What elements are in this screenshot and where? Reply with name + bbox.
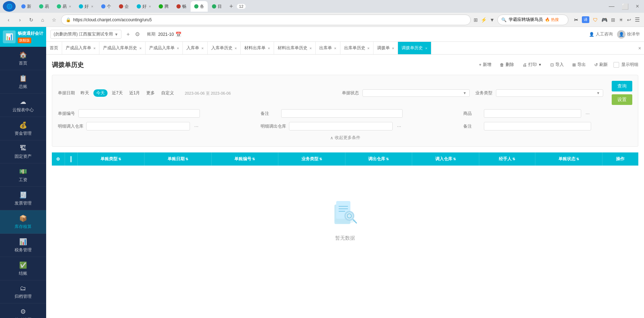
tab[interactable]: 个 [98,1,115,12]
th-handler[interactable]: 经手人 ⇅ [479,152,535,166]
user-avatar[interactable]: 👤 徐泽华 [617,30,640,39]
tab[interactable]: 目 [208,1,225,12]
nav-tab-close-icon[interactable]: × [367,46,370,50]
select-all-checkbox[interactable] [70,156,72,162]
nav-tab-transfer-history[interactable]: 调拨单历史 × [398,42,431,55]
th-doc-type[interactable]: 单账类型 ⇅ [77,152,144,166]
refresh-button[interactable]: ↺ 刷新 [591,60,611,69]
dropdown-icon[interactable]: ▼ [490,17,495,23]
sidebar-item-payroll[interactable]: 💵 工资 [0,163,46,187]
tab-add-button[interactable]: + [226,1,236,11]
period-selector[interactable]: 2021-10 📅 [158,32,181,37]
yesterday-btn[interactable]: 昨天 [78,89,91,97]
detail-in-input[interactable] [86,122,190,130]
tab[interactable]: 腾 [155,1,172,12]
import-button[interactable]: ⊡ 导入 [547,60,567,69]
sidebar-item-invoice[interactable]: 🧾 发票管理 [0,187,46,210]
menu-icon[interactable]: ☰ [635,16,640,23]
window-close-btn[interactable]: × [636,3,639,10]
home-button[interactable]: ⌂ [38,16,47,24]
tab-close-icon[interactable]: × [149,4,151,9]
theme-icon[interactable]: ☀ [619,17,623,23]
tab[interactable]: 企 [115,1,132,12]
tab[interactable]: 好 × [133,1,154,12]
detail-in-picker-icon[interactable]: ··· [193,123,200,129]
nav-tab-close-icon[interactable]: × [93,46,95,50]
nav-tab-close-icon[interactable]: × [334,46,336,50]
print-button[interactable]: 🖨 打印 ▼ [520,60,545,69]
th-transfer-in[interactable]: 调入仓库 ⇅ [412,152,479,166]
scissors-icon[interactable]: ✂ [574,17,578,23]
window-minimize-btn[interactable]: — [609,3,615,10]
goods-input[interactable] [484,109,581,118]
remark-input[interactable] [281,109,403,118]
nav-tab-close-icon[interactable]: × [392,46,394,50]
new-button[interactable]: + 新增 [476,60,494,69]
close-all-button[interactable]: × [638,45,644,51]
1month-btn[interactable]: 近1月 [127,89,142,97]
th-doc-no[interactable]: 单账编号 ⇅ [211,152,278,166]
grid-icon[interactable]: ⊞ [611,17,615,23]
remark2-input[interactable] [484,122,591,130]
history-icon[interactable]: ↩ [627,17,631,23]
nav-tab-outbound-history[interactable]: 出库单历史 × [340,42,373,55]
extensions-icon[interactable]: ⊞ [474,17,478,23]
forward-button[interactable]: › [16,16,24,24]
customer-service-button[interactable]: 👤 人工咨询 [589,31,613,37]
lightning-icon[interactable]: ⚡ [481,17,487,23]
bookmark-button[interactable]: ☆ [50,16,58,24]
sidebar-item-fund[interactable]: 💰 资金管理 [0,117,46,140]
th-transfer-out[interactable]: 调出仓库 ⇅ [345,152,412,166]
nav-tab-product-inbound[interactable]: 产成品入库单 × [62,42,99,55]
nav-tab-close-icon[interactable]: × [310,46,312,50]
sidebar-item-archive[interactable]: 🗂 归档管理 [0,280,46,303]
url-bar[interactable]: 🔒 https://cloud.chanjet.com/accounting/u… [61,15,471,25]
nav-tab-close-icon[interactable]: × [425,46,427,50]
nav-tab-close-icon[interactable]: × [201,46,203,50]
tab[interactable]: 易 [36,1,53,12]
doc-no-input[interactable] [78,109,200,118]
game-icon[interactable]: 🎮 [601,17,607,23]
detail-out-picker-icon[interactable]: ··· [395,123,403,129]
nav-tab-material-outbound-history[interactable]: 材料出库单历史 × [274,42,316,55]
export-button[interactable]: ⊠ 导出 [569,60,589,69]
tab[interactable]: 新 [18,1,35,12]
nav-tab-product-inbound2[interactable]: 产成品入库单 × [146,42,183,55]
tab[interactable]: 畅 [173,1,190,12]
company-selector[interactable]: (勿删勿禁用) 江西服宝测试专用 ▼ [50,30,121,39]
shield-icon[interactable]: 🛡 [593,17,598,23]
browser-search-bar[interactable]: 🔍 学霸应聘场驱鸟员 🔥 热搜 [497,15,568,25]
nav-tab-transfer[interactable]: 调拨单 × [373,42,398,55]
nav-tab-close-icon[interactable]: × [268,46,270,50]
tab[interactable]: 好 × [75,1,97,12]
query-button[interactable]: 查询 [612,81,632,91]
detail-out-input[interactable] [289,122,393,130]
nav-tab-close-icon[interactable]: × [139,46,141,50]
th-checkbox[interactable] [65,152,77,166]
tab-close-icon[interactable]: × [69,4,71,9]
th-settings[interactable]: ⚙ [52,152,65,166]
th-doc-date[interactable]: 单账日期 ⇅ [144,152,212,166]
nav-tab-inbound-history[interactable]: 入库单历史 × [208,42,241,55]
th-doc-status[interactable]: 单账状态 ⇅ [535,152,602,166]
company-settings-icon[interactable]: ⚙ [135,31,140,38]
nav-tab-inbound[interactable]: 入库单 × [183,42,207,55]
print-dropdown-icon[interactable]: ▼ [538,63,542,67]
nav-tab-close-icon[interactable]: × [177,46,179,50]
nav-tab-product-inbound-history[interactable]: 产成品入库单历史 × [99,42,145,55]
sidebar-item-home[interactable]: 🏠 首页 [0,47,46,70]
tab-close-icon[interactable]: × [91,4,93,9]
sidebar-item-closing[interactable]: ✅ 结账 [0,257,46,280]
refresh-button[interactable]: ↻ [27,16,36,24]
goods-picker-icon[interactable]: ··· [584,111,591,116]
sidebar-item-fixed-assets[interactable]: 🏗 固定资产 [0,140,46,163]
sidebar-item-ledger[interactable]: 📋 总账 [0,70,46,94]
sidebar-item-settings[interactable]: ⚙ 基础设置 [0,303,46,318]
add-company-button[interactable]: + [124,31,132,38]
nav-tab-close-icon[interactable]: × [235,46,237,50]
back-button[interactable]: ‹ [4,16,13,24]
nav-tab-home[interactable]: 首页 [46,42,62,55]
display-toggle[interactable]: 显示明细 [613,62,638,68]
translate-icon[interactable]: 译 [582,16,589,23]
tab[interactable]: 各 [191,1,208,12]
